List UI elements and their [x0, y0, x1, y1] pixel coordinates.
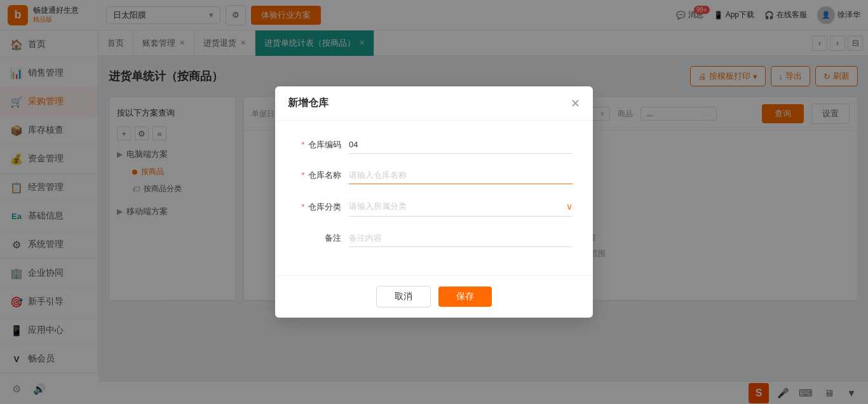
modal-title: 新增仓库 [288, 97, 329, 110]
category-select[interactable]: 请输入所属分类 ∨ [349, 197, 573, 217]
cancel-button[interactable]: 取消 [376, 286, 431, 307]
note-field-label: 备注 [295, 232, 341, 244]
category-field-label: * 仓库分类 [295, 201, 341, 213]
category-placeholder: 请输入所属分类 [349, 201, 566, 212]
form-row-name: * 仓库名称 [295, 166, 573, 184]
name-input[interactable] [349, 166, 573, 184]
code-input[interactable] [349, 136, 573, 154]
category-required-star: * [301, 202, 304, 212]
code-required-star: * [301, 140, 304, 149]
modal-close-button[interactable]: ✕ [571, 98, 580, 109]
save-button[interactable]: 保存 [438, 286, 492, 307]
name-field-label: * 仓库名称 [295, 170, 341, 181]
note-input[interactable] [349, 229, 573, 247]
form-row-note: 备注 [295, 229, 573, 247]
modal-overlay: 新增仓库 ✕ * 仓库编码 * 仓库名称 [0, 0, 868, 404]
code-field-label: * 仓库编码 [295, 139, 341, 151]
modal-footer: 取消 保存 [275, 275, 593, 318]
modal-body: * 仓库编码 * 仓库名称 * 仓库分类 请输入所属 [275, 121, 593, 275]
modal-header: 新增仓库 ✕ [275, 86, 593, 121]
name-required-star: * [301, 170, 304, 180]
new-warehouse-modal: 新增仓库 ✕ * 仓库编码 * 仓库名称 [275, 86, 593, 318]
form-row-category: * 仓库分类 请输入所属分类 ∨ [295, 197, 573, 217]
category-dropdown-icon: ∨ [566, 201, 573, 212]
form-row-code: * 仓库编码 [295, 136, 573, 154]
